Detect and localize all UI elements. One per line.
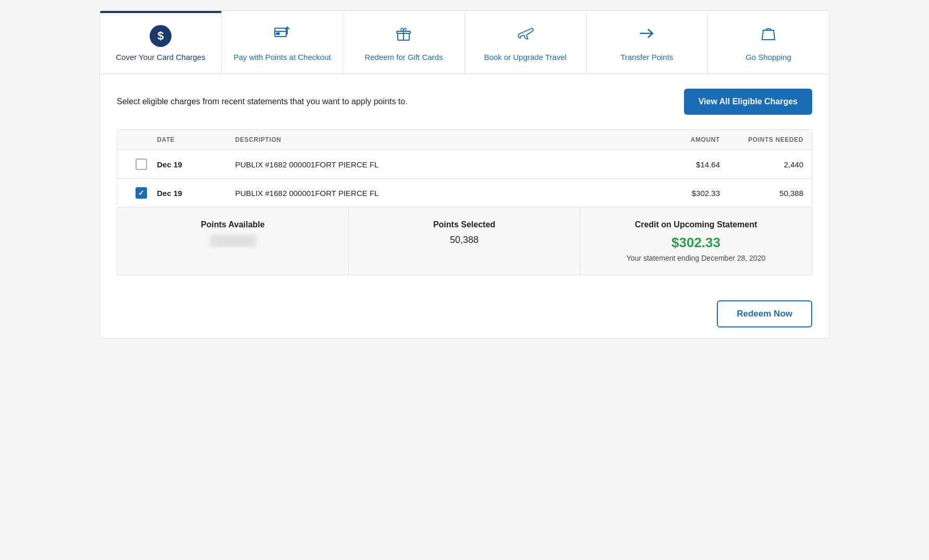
- col-checkbox: [126, 136, 157, 143]
- col-date: DATE: [157, 136, 235, 143]
- tab-shopping[interactable]: Go Shopping: [708, 11, 829, 74]
- points-selected-label: Points Selected: [359, 220, 569, 229]
- bottom-bar: Redeem Now: [100, 290, 829, 338]
- row1-date: Dec 19: [157, 160, 235, 169]
- redeem-button[interactable]: Redeem Now: [717, 300, 812, 327]
- points-selected-value: 50,388: [359, 235, 569, 246]
- checkbox-cell-1[interactable]: [126, 159, 157, 170]
- tab-transfer-points-label: Transfer Points: [620, 52, 673, 63]
- checkbox-cell-2[interactable]: [126, 187, 157, 199]
- tab-gift-cards[interactable]: Redeem for Gift Cards: [343, 11, 464, 74]
- row1-points: 2,440: [720, 160, 803, 169]
- plane-icon: [516, 24, 535, 47]
- tab-pay-with-points[interactable]: Pay with Points at Checkout: [222, 11, 343, 74]
- content-area: Select eligible charges from recent stat…: [100, 74, 829, 290]
- card-checkout-icon: [273, 24, 291, 47]
- gift-icon: [394, 24, 413, 47]
- points-available-cell: Points Available: [117, 208, 349, 275]
- top-bar: Select eligible charges from recent stat…: [117, 89, 812, 115]
- summary-section: Points Available Points Selected 50,388 …: [117, 208, 812, 275]
- row2-date: Dec 19: [157, 189, 235, 198]
- points-selected-cell: Points Selected 50,388: [349, 208, 580, 275]
- svg-rect-2: [276, 33, 279, 34]
- svg-rect-0: [275, 28, 286, 36]
- table-row: Dec 19 PUBLIX #1682 000001FORT PIERCE FL…: [117, 179, 812, 207]
- table-row: Dec 19 PUBLIX #1682 000001FORT PIERCE FL…: [117, 150, 812, 179]
- col-points-needed: POINTS NEEDED: [720, 136, 803, 143]
- view-all-button[interactable]: View All Eligible Charges: [684, 89, 812, 115]
- arrow-right-icon: [638, 24, 656, 47]
- tab-transfer-points[interactable]: Transfer Points: [586, 11, 708, 74]
- points-available-label: Points Available: [128, 220, 338, 229]
- bag-icon: [759, 24, 778, 47]
- tab-shopping-label: Go Shopping: [745, 52, 791, 63]
- table-header: DATE DESCRIPTION AMOUNT POINTS NEEDED: [117, 130, 812, 150]
- row1-amount: $14.64: [642, 160, 720, 169]
- credit-sub: Your statement ending December 28, 2020: [591, 254, 801, 262]
- row2-checkbox[interactable]: [136, 187, 147, 199]
- row1-checkbox[interactable]: [136, 159, 147, 170]
- main-container: $ Cover Your Card Charges Pay with Point…: [100, 10, 829, 338]
- col-amount: AMOUNT: [642, 136, 720, 143]
- row2-points: 50,388: [720, 189, 803, 198]
- col-description: DESCRIPTION: [235, 136, 642, 143]
- credit-label: Credit on Upcoming Statement: [591, 220, 801, 229]
- row1-description: PUBLIX #1682 000001FORT PIERCE FL: [235, 160, 642, 169]
- description-text: Select eligible charges from recent stat…: [117, 97, 408, 106]
- tab-cover-charges-label: Cover Your Card Charges: [116, 52, 205, 63]
- tab-gift-cards-label: Redeem for Gift Cards: [364, 52, 443, 63]
- tab-travel-label: Book or Upgrade Travel: [484, 52, 566, 63]
- tab-cover-charges[interactable]: $ Cover Your Card Charges: [100, 11, 222, 74]
- row2-description: PUBLIX #1682 000001FORT PIERCE FL: [235, 189, 642, 198]
- row2-amount: $302.33: [642, 189, 720, 198]
- tab-pay-with-points-label: Pay with Points at Checkout: [234, 52, 331, 63]
- credit-cell: Credit on Upcoming Statement $302.33 You…: [580, 208, 812, 275]
- charges-table: DATE DESCRIPTION AMOUNT POINTS NEEDED De…: [117, 129, 812, 208]
- points-available-value: [210, 235, 256, 247]
- dollar-circle-icon: $: [150, 25, 172, 47]
- tab-navigation: $ Cover Your Card Charges Pay with Point…: [100, 11, 829, 74]
- tab-travel[interactable]: Book or Upgrade Travel: [465, 11, 586, 74]
- credit-value: $302.33: [591, 235, 801, 251]
